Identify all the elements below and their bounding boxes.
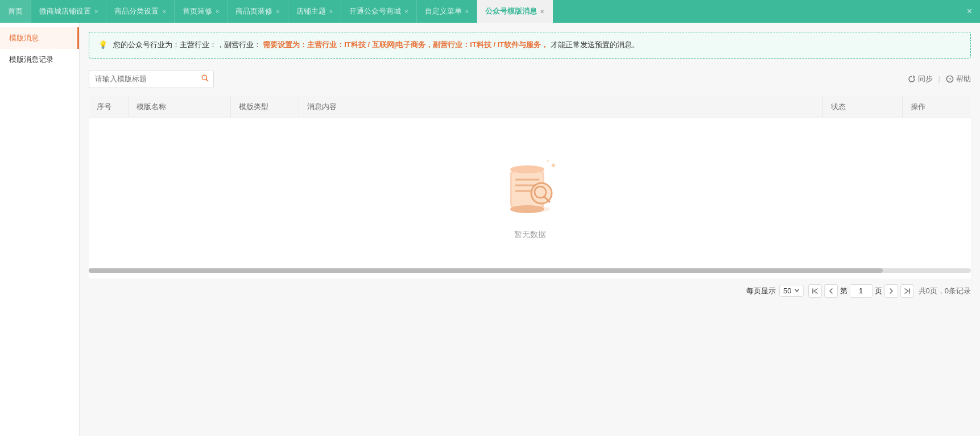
search-input-wrap [89,70,214,88]
notice-box: 💡 您的公众号行业为：主营行业：，副营行业： 需要设置为：主营行业：IT科技 /… [89,32,971,59]
svg-line-1 [206,79,208,81]
empty-state: ✦ ✦ 暂无数据 [89,118,971,263]
help-icon: ? [946,75,954,83]
th-action: 操作 [903,96,971,118]
pagination: 每页显示 50 [89,279,971,300]
tab-home-label: 首页 [8,6,23,16]
tab-template-msg[interactable]: 公众号模版消息 × [477,0,552,23]
close-open-mall-icon[interactable]: × [404,8,408,15]
sync-icon [908,75,916,83]
toolbar-divider: | [938,74,940,83]
close-product-category-icon[interactable]: × [162,8,166,15]
table-header: 序号 模版名称 模版类型 消息内容 状态 操作 [89,96,971,118]
toolbar-right: 同步 | ? 帮助 [908,74,971,84]
notice-icon: 💡 [98,40,107,49]
tab-product-decor-label: 商品页装修 [235,6,272,16]
tab-wechat-shop-label: 微商城店铺设置 [39,6,91,16]
notice-suffix: 才能正常发送预置的消息。 [551,40,639,49]
svg-text:✦: ✦ [546,159,550,164]
sidebar-item-template-record-label: 模版消息记录 [9,55,53,64]
help-button[interactable]: ? 帮助 [946,74,971,84]
notice-prefix: 您的公众号行业为：主营行业：，副营行业： [113,40,261,49]
close-shop-theme-icon[interactable]: × [329,8,333,15]
horizontal-scrollbar-row [89,263,971,279]
prev-page-button[interactable] [824,284,838,298]
next-page-button[interactable] [884,284,898,298]
close-all-tabs-button[interactable]: × [959,0,980,23]
page-number-input[interactable] [850,284,873,298]
first-page-icon [812,288,818,294]
page-size-select[interactable]: 50 [779,285,803,297]
main-layout: 模版消息 模版消息记录 💡 您的公众号行业为：主营行业：，副营行业： 需要设置为… [0,23,980,436]
svg-point-10 [510,165,544,173]
scrollbar-thumb[interactable] [89,268,883,273]
tab-product-category[interactable]: 商品分类设置 × [106,0,174,23]
sidebar-item-template-message[interactable]: 模版消息 [0,27,79,49]
th-name: 模版名称 [129,96,231,118]
tab-home[interactable]: 首页 [0,0,31,23]
page-size-label: 每页显示 [746,286,776,296]
tab-product-decor[interactable]: 商品页装修 × [228,0,288,23]
close-template-msg-icon[interactable]: × [540,8,544,15]
sidebar: 模版消息 模版消息记录 [0,23,80,436]
sync-button[interactable]: 同步 [908,74,933,84]
th-seq: 序号 [89,96,129,118]
tab-template-msg-label: 公众号模版消息 [485,6,537,16]
tab-shop-theme[interactable]: 店铺主题 × [288,0,341,23]
search-button[interactable] [201,74,209,84]
tab-custom-menu[interactable]: 自定义菜单 × [417,0,477,23]
help-label: 帮助 [956,74,971,84]
page-input-wrap: 第 页 [840,284,882,298]
close-custom-menu-icon[interactable]: × [465,8,469,15]
search-icon [201,74,209,82]
page-unit-label: 页 [875,286,882,296]
page-size-wrap: 每页显示 50 [746,285,803,297]
th-status: 状态 [823,96,903,118]
empty-text: 暂无数据 [514,230,546,240]
horizontal-scrollbar[interactable] [89,268,971,273]
tab-product-category-label: 商品分类设置 [114,6,159,16]
first-page-button[interactable] [808,284,822,298]
tab-wechat-shop[interactable]: 微商城店铺设置 × [31,0,106,23]
svg-point-11 [510,205,544,213]
th-content: 消息内容 [299,96,823,118]
th-type: 模版类型 [231,96,299,118]
tab-homepage-decor-label: 首页装修 [183,6,212,16]
prev-page-icon [828,288,834,294]
search-bar: 同步 | ? 帮助 [89,70,971,88]
last-page-button[interactable] [900,284,914,298]
search-input[interactable] [89,70,214,88]
tab-homepage-decor[interactable]: 首页装修 × [175,0,228,23]
page-total-label: 共0页，0条记录 [919,286,971,296]
page-navigation: 第 页 [808,284,914,298]
data-table: 序号 模版名称 模版类型 消息内容 状态 操作 [89,96,971,279]
tab-open-mall[interactable]: 开通公众号商城 × [341,0,416,23]
sync-label: 同步 [918,74,933,84]
svg-text:?: ? [949,76,952,82]
page-size-dropdown-icon [794,286,800,295]
tab-shop-theme-label: 店铺主题 [296,6,326,16]
close-homepage-decor-icon[interactable]: × [216,8,219,15]
sidebar-item-template-message-label: 模版消息 [9,34,39,42]
notice-highlight: 需要设置为：主营行业：IT科技 / 互联网|电子商务，副营行业：IT科技 / I… [263,40,548,49]
next-page-icon [888,288,895,294]
svg-text:✦: ✦ [550,161,557,170]
tab-open-mall-label: 开通公众号商城 [349,6,401,16]
content-area: 💡 您的公众号行业为：主营行业：，副营行业： 需要设置为：主营行业：IT科技 /… [80,23,980,436]
close-wechat-shop-icon[interactable]: × [94,8,98,15]
top-navigation: 首页 微商城店铺设置 × 商品分类设置 × 首页装修 × 商品页装修 × 店铺主… [0,0,980,23]
page-prefix-label: 第 [840,286,847,296]
page-size-value: 50 [783,286,791,295]
empty-state-icon: ✦ ✦ [496,152,564,221]
sidebar-item-template-record[interactable]: 模版消息记录 [0,49,79,70]
tab-custom-menu-label: 自定义菜单 [425,6,462,16]
last-page-icon [904,288,911,294]
close-product-decor-icon[interactable]: × [276,8,279,15]
